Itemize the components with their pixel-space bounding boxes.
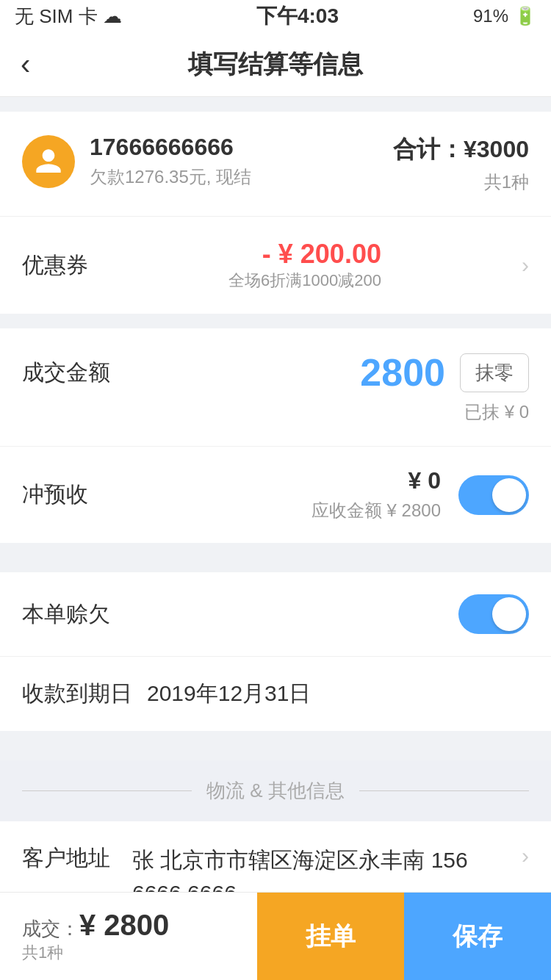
- back-button[interactable]: ‹: [21, 48, 30, 81]
- signal-text: 无 SIM 卡 ☁: [15, 4, 122, 29]
- customer-row: 17666666666 欠款1276.35元, 现结 合计：¥3000 共1种: [22, 134, 529, 194]
- status-time: 下午4:03: [256, 2, 339, 30]
- logistics-divider: 物流 & 其他信息: [0, 760, 551, 821]
- customer-debt: 欠款1276.35元, 现结: [90, 165, 251, 189]
- coupon-discount: - ¥ 200.00: [262, 239, 381, 270]
- address-label: 客户地址: [22, 843, 110, 873]
- duedate-section: 收款到期日 2019年12月31日: [0, 656, 551, 731]
- coupon-row[interactable]: 优惠券 - ¥ 200.00 全场6折满1000减200 ›: [0, 216, 551, 314]
- prepay-label: 冲预收: [22, 480, 88, 510]
- credit-toggle-knob: [492, 597, 526, 631]
- bottom-info: 成交：¥ 2800 共1种: [0, 893, 257, 980]
- customer-phone: 17666666666: [90, 134, 251, 161]
- coupon-desc: 全场6折满1000减200: [228, 270, 381, 292]
- toggle-knob: [492, 478, 526, 512]
- hang-button[interactable]: 挂单: [257, 893, 404, 980]
- page-title: 填写结算等信息: [188, 48, 363, 82]
- nav-bar: ‹ 填写结算等信息: [0, 32, 551, 97]
- battery-text: 91%: [473, 6, 508, 26]
- bottom-deal-label: 成交：¥ 2800: [22, 909, 235, 942]
- avatar: [22, 135, 75, 188]
- save-button[interactable]: 保存: [404, 893, 551, 980]
- address-chevron-icon: ›: [522, 843, 529, 868]
- status-right: 91% 🔋: [473, 6, 536, 26]
- battery-icon: 🔋: [514, 6, 536, 26]
- coupon-label: 优惠券: [22, 251, 88, 281]
- credit-label: 本单赊欠: [22, 599, 110, 630]
- chevron-right-icon: ›: [522, 253, 529, 278]
- status-left: 无 SIM 卡 ☁: [15, 4, 122, 29]
- amount-label: 成交金额: [22, 358, 110, 388]
- bottom-deal-price: ¥ 2800: [79, 909, 169, 941]
- credit-section: 本单赊欠: [0, 572, 551, 656]
- user-icon: [34, 147, 63, 176]
- customer-left: 17666666666 欠款1276.35元, 现结: [22, 134, 251, 189]
- total-label: 合计：: [393, 136, 464, 162]
- logistics-text: 物流 & 其他信息: [206, 778, 345, 804]
- amount-sub: 已抹 ¥ 0: [22, 400, 529, 424]
- coupon-detail: - ¥ 200.00 全场6折满1000减200: [228, 239, 381, 292]
- total-price: 合计：¥3000: [393, 134, 529, 166]
- section-divider-1: [0, 314, 551, 328]
- duedate-value: 2019年12月31日: [147, 679, 311, 709]
- section-divider-3: [0, 731, 551, 746]
- logistics-line-right: [359, 790, 529, 791]
- bottom-deal-count: 共1种: [22, 942, 235, 964]
- amount-right: 2800 抹零: [360, 350, 529, 394]
- amount-section: 成交金额 2800 抹零 已抹 ¥ 0: [0, 328, 551, 446]
- duedate-label: 收款到期日: [22, 679, 132, 709]
- prepay-right: ¥ 0 应收金额 ¥ 2800: [311, 467, 441, 522]
- customer-card: 17666666666 欠款1276.35元, 现结 合计：¥3000 共1种: [0, 112, 551, 216]
- amount-row: 成交金额 2800 抹零: [22, 350, 529, 394]
- credit-toggle[interactable]: [458, 594, 529, 634]
- total-price-value: ¥3000: [464, 136, 529, 162]
- round-button[interactable]: 抹零: [460, 353, 529, 392]
- prepay-receivable: 应收金额 ¥ 2800: [311, 499, 441, 522]
- customer-info: 17666666666 欠款1276.35元, 现结: [90, 134, 251, 189]
- section-divider-2: [0, 543, 551, 558]
- prepay-toggle[interactable]: [458, 475, 529, 515]
- prepay-section: 冲预收 ¥ 0 应收金额 ¥ 2800: [0, 446, 551, 543]
- amount-value: 2800: [360, 350, 445, 394]
- logistics-line-left: [22, 790, 192, 791]
- status-bar: 无 SIM 卡 ☁ 下午4:03 91% 🔋: [0, 0, 551, 32]
- bottom-bar: 成交：¥ 2800 共1种 挂单 保存: [0, 892, 551, 980]
- address-right: ›: [522, 843, 529, 868]
- prepay-amount: ¥ 0: [408, 467, 441, 494]
- total-count: 共1种: [484, 170, 529, 194]
- customer-right: 合计：¥3000 共1种: [393, 134, 529, 194]
